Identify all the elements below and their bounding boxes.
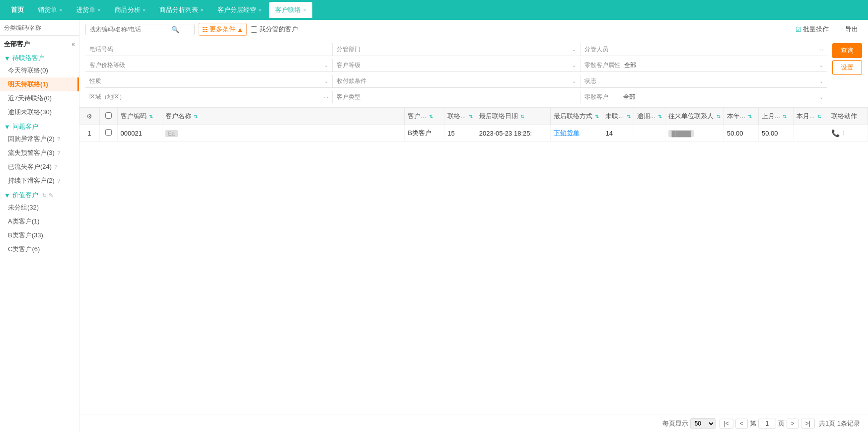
action-menu-icon[interactable]: ⁝ — [843, 129, 845, 137]
lastway-link[interactable]: 下销货单 — [554, 129, 579, 137]
nav-purchase[interactable]: 进货单 × — [70, 2, 106, 18]
filter-scatter-arrow[interactable]: ⌄ — [819, 94, 823, 100]
th-check[interactable] — [99, 108, 117, 125]
per-page-label: 每页显示 — [662, 419, 688, 428]
nav-product-analysis-close[interactable]: × — [143, 7, 145, 13]
sidebar-item-type-c[interactable]: C类客户(6) — [0, 242, 79, 256]
sort-icon-thisyear[interactable]: ⇅ — [748, 114, 752, 119]
filter-row-4: 区域（地区） ··· 客户类型 零散客户 全部 ⌄ — [85, 91, 827, 103]
export-btn[interactable]: ↑ 导出 — [837, 23, 863, 35]
sidebar-problem-group[interactable]: ▼ 问题客户 — [0, 119, 79, 132]
nav-purchase-close[interactable]: × — [97, 7, 100, 13]
sort-icon-thismonth[interactable]: ⇅ — [817, 114, 821, 119]
help-icon-1[interactable]: ? — [57, 150, 60, 156]
sidebar-collapse-icon[interactable]: « — [72, 41, 75, 48]
sort-icon-contact[interactable]: ⇅ — [469, 114, 473, 119]
sort-icon-name[interactable]: ⇅ — [194, 114, 198, 119]
sidebar-search-input[interactable] — [4, 24, 78, 31]
filter-payment-arrow[interactable]: ⌄ — [572, 78, 576, 84]
sort-icon-lastdate[interactable]: ⇅ — [520, 114, 524, 119]
page-last-btn[interactable]: >| — [801, 419, 815, 429]
set-button[interactable]: 设置 — [832, 60, 862, 75]
nav-customer-contact[interactable]: 客户联络 × — [269, 2, 312, 18]
help-icon-0[interactable]: ? — [57, 136, 60, 142]
page-first-btn[interactable]: |< — [720, 419, 733, 429]
sort-icon-ctype[interactable]: ⇅ — [429, 114, 433, 119]
my-customers-label: 我分管的客户 — [259, 25, 298, 34]
sidebar-item-declining[interactable]: 持续下滑客户(2) ? — [0, 174, 79, 188]
top-nav: 首页 销货单 × 进货单 × 商品分析 × 商品分析列表 × 客户分层经营 × … — [0, 0, 868, 20]
page-input[interactable] — [758, 419, 776, 429]
sidebar-value-group[interactable]: ▼ 价值客户 ↻ ✎ — [0, 188, 79, 201]
my-customers-check[interactable] — [251, 26, 257, 33]
filter-cust-level: 客户等级 ⌄ — [333, 59, 580, 72]
sidebar-all-customers[interactable]: 全部客户 « — [0, 36, 79, 51]
page-next-btn[interactable]: > — [787, 419, 799, 429]
help-icon-3[interactable]: ? — [57, 178, 60, 184]
per-page-dropdown[interactable]: 50 100 200 — [690, 418, 716, 429]
cell-lastway[interactable]: 下销货单 — [550, 125, 602, 142]
nav-customer-contact-close[interactable]: × — [303, 7, 306, 13]
my-customers-checkbox[interactable]: 我分管的客户 — [251, 25, 298, 34]
sidebar-item-today[interactable]: 今天待联络(0) — [0, 64, 79, 77]
nav-product-list[interactable]: 商品分析列表 × — [153, 2, 209, 18]
filter-scatter-attr-arrow[interactable]: ⌄ — [819, 63, 823, 68]
select-all-check[interactable] — [105, 112, 112, 119]
filter-cust-level-arrow[interactable]: ⌄ — [572, 63, 576, 68]
nav-product-analysis[interactable]: 商品分析 × — [109, 2, 151, 18]
nav-product-list-close[interactable]: × — [200, 7, 203, 13]
nav-sales[interactable]: 销货单 × — [32, 2, 68, 18]
th-lastdate: 最后联络日期 ⇅ — [476, 108, 550, 125]
sidebar-item-type-b[interactable]: B类客户(33) — [0, 228, 79, 242]
sidebar-item-ungroup[interactable]: 未分组(32) — [0, 201, 79, 215]
query-button[interactable]: 查询 — [832, 43, 862, 58]
nav-customer-tier-label: 客户分层经营 — [217, 5, 256, 14]
gear-icon[interactable]: ⚙ — [86, 113, 92, 120]
sort-icon-lastmonth[interactable]: ⇅ — [783, 114, 787, 119]
filter-nature-arrow[interactable]: ⌄ — [324, 78, 328, 84]
nav-customer-tier[interactable]: 客户分层经营 × — [212, 2, 267, 18]
sidebar-item-type-a[interactable]: A类客户(1) — [0, 215, 79, 228]
filter-region-dots[interactable]: ··· — [323, 94, 328, 101]
filter-price-level-arrow[interactable]: ⌄ — [324, 63, 328, 68]
filter-status-arrow[interactable]: ⌄ — [819, 78, 823, 84]
value-edit-icon[interactable]: ✎ — [49, 192, 53, 199]
sort-icon-lastway[interactable]: ⇅ — [595, 114, 599, 119]
filter-person-dots[interactable]: ··· — [818, 46, 823, 53]
page-label: 第 — [750, 419, 756, 428]
filter-nature: 性质 ⌄ — [85, 75, 333, 88]
sidebar-item-week7[interactable]: 近7天待联络(0) — [0, 91, 79, 105]
help-icon-2[interactable]: ? — [54, 164, 57, 170]
sort-icon-unlink[interactable]: ⇅ — [627, 114, 631, 119]
row-check[interactable] — [105, 129, 112, 136]
sidebar-item-overdue[interactable]: 逾期未联络(30) — [0, 105, 79, 119]
th-gear[interactable]: ⚙ — [79, 108, 99, 125]
sort-icon-overdue[interactable]: ⇅ — [658, 114, 662, 119]
sidebar-item-repurchase-abnormal[interactable]: 回购异常客户(2) ? — [0, 132, 79, 146]
filter-search-input[interactable] — [90, 26, 169, 33]
nav-sales-close[interactable]: × — [59, 7, 62, 13]
filter-dept-arrow[interactable]: ⌄ — [572, 47, 576, 52]
sidebar-item-churn-warning[interactable]: 流失预警客户(3) ? — [0, 146, 79, 160]
sidebar-search-area: 🔍 — [0, 20, 79, 36]
nav-customer-tier-close[interactable]: × — [258, 7, 261, 13]
filter-payment: 收付款条件 ⌄ — [333, 75, 580, 88]
cell-code: 000021 — [117, 125, 162, 142]
sidebar-item-tomorrow[interactable]: 明天待联络(1) — [0, 77, 79, 91]
action-phone-icon[interactable]: 📞 — [831, 129, 840, 137]
nav-home[interactable]: 首页 — [5, 2, 30, 18]
page-prev-btn[interactable]: < — [735, 419, 748, 429]
sidebar-item-churned[interactable]: 已流失客户(24) ? — [0, 160, 79, 174]
sort-icon-person[interactable]: ⇅ — [717, 114, 721, 119]
sidebar-pending-group[interactable]: ▼ 待联络客户 — [0, 51, 79, 64]
cell-check[interactable] — [99, 125, 117, 142]
filter-action-col: 查询 设置 — [827, 43, 862, 103]
batch-op-btn[interactable]: ☑ 批量操作 — [792, 23, 833, 35]
cell-contact: 15 — [444, 125, 476, 142]
filter-search-icon[interactable]: 🔍 — [171, 26, 179, 33]
more-conditions-btn[interactable]: ☷ 更多条件 ▲ — [199, 23, 247, 36]
export-icon: ↑ — [841, 26, 844, 33]
cell-person: █████ — [665, 125, 724, 142]
value-refresh-icon[interactable]: ↻ — [42, 192, 47, 199]
sort-icon-code[interactable]: ⇅ — [149, 114, 153, 119]
